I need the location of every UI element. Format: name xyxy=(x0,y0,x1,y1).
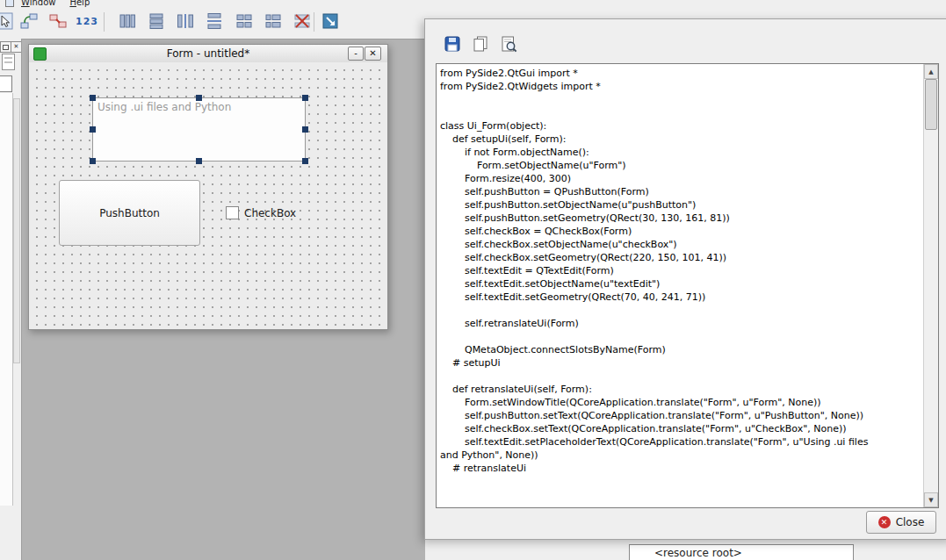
layout-vertical-splitter-glyph xyxy=(205,11,224,31)
code-line: from PySide2.QtWidgets import * xyxy=(440,80,924,93)
save-button[interactable] xyxy=(441,32,464,55)
code-line: QMetaObject.connectSlotsByName(Form) xyxy=(440,343,924,356)
edit-tab-order-icon[interactable]: 123 xyxy=(76,10,98,32)
code-line: self.pushButton = QPushButton(Form) xyxy=(440,185,924,198)
selection-handle[interactable] xyxy=(302,158,308,164)
code-line: self.textEdit = QTextEdit(Form) xyxy=(440,264,924,277)
widgetbox-panel-edge xyxy=(0,93,13,506)
code-text: from PySide2.QtGui import *from PySide2.… xyxy=(437,64,924,507)
copy-button[interactable] xyxy=(469,32,492,55)
tab-order-glyph: 123 xyxy=(76,16,98,27)
code-line: from PySide2.QtGui import * xyxy=(440,67,924,80)
textedit-widget[interactable]: Using .ui files and Python xyxy=(92,97,306,162)
scroll-down-button[interactable]: ▼ xyxy=(924,492,938,507)
code-line: Form.resize(400, 300) xyxy=(440,172,924,185)
break-layout-icon[interactable] xyxy=(291,10,314,32)
layout-horizontal-splitter-icon[interactable] xyxy=(174,10,197,32)
menu-help[interactable]: Help xyxy=(69,0,90,7)
form-minimize-button[interactable]: - xyxy=(348,47,364,61)
checkbox-widget[interactable]: CheckBox xyxy=(226,206,296,219)
layout-form-glyph xyxy=(264,11,283,31)
code-line xyxy=(440,304,924,317)
code-line: Form.setObjectName(u"Form") xyxy=(440,159,924,172)
code-line: self.checkBox = QCheckBox(Form) xyxy=(440,225,924,238)
code-line: def retranslateUi(self, Form): xyxy=(440,383,924,396)
dock-splitter-handle[interactable] xyxy=(13,98,20,363)
qt-designer-window: WindowHelp 123 xyxy=(0,0,946,560)
code-line: if not Form.objectName(): xyxy=(440,146,924,159)
selection-handle[interactable] xyxy=(302,126,308,133)
dock-close-icon: ✕ xyxy=(14,44,19,50)
edit-widgets-icon[interactable] xyxy=(0,10,16,32)
dialog-close-button[interactable]: ✕ Close xyxy=(866,511,936,534)
close-button-label: Close xyxy=(896,516,925,528)
textedit-placeholder: Using .ui files and Python xyxy=(93,98,305,116)
widgetbox-filter-input[interactable] xyxy=(0,75,12,92)
code-line: and Python", None)) xyxy=(440,449,924,462)
find-icon xyxy=(499,34,518,54)
form-close-button[interactable]: ✕ xyxy=(365,47,381,61)
form-editor-window[interactable]: Form - untitled* - ✕ Using .ui files and… xyxy=(28,44,388,330)
vertical-scrollbar[interactable]: ▲ ▼ xyxy=(923,64,938,507)
form-canvas[interactable]: Using .ui files and Python PushButton Ch… xyxy=(29,62,387,329)
layout-grid-glyph xyxy=(235,11,254,31)
edit-widgets-glyph xyxy=(0,11,14,31)
layout-horizontal-glyph xyxy=(118,11,137,31)
selection-handle[interactable] xyxy=(302,95,308,101)
pushbutton-widget[interactable]: PushButton xyxy=(59,180,200,246)
selection-handle[interactable] xyxy=(196,95,202,101)
code-line: self.checkBox.setText(QCoreApplication.t… xyxy=(440,422,924,435)
code-line xyxy=(440,370,924,383)
menubar: WindowHelp xyxy=(5,0,104,8)
adjust-size-glyph xyxy=(321,11,340,31)
form-window-icon xyxy=(33,47,47,61)
toolbar-separator xyxy=(314,12,314,32)
widgetbox-page-icon xyxy=(2,54,15,70)
adjust-size-icon[interactable] xyxy=(319,10,342,32)
code-line: self.checkBox.setObjectName(u"checkBox") xyxy=(440,238,924,251)
selection-handle[interactable] xyxy=(90,95,96,101)
scrollbar-thumb[interactable] xyxy=(925,79,937,130)
close-x-icon: ✕ xyxy=(878,516,891,528)
layout-grid-icon[interactable] xyxy=(233,10,256,32)
code-line: self.textEdit.setObjectName(u"textEdit") xyxy=(440,277,924,291)
checkbox-indicator[interactable] xyxy=(226,206,239,219)
edit-signals-slots-glyph xyxy=(19,11,39,31)
checkbox-label: CheckBox xyxy=(244,207,296,219)
layout-vertical-glyph xyxy=(147,11,166,31)
float-icon xyxy=(3,45,9,50)
layout-vertical-splitter-icon[interactable] xyxy=(203,10,226,32)
form-titlebar[interactable]: Form - untitled* - ✕ xyxy=(29,45,387,63)
main-toolbar: 123 xyxy=(0,8,422,38)
layout-horizontal-splitter-glyph xyxy=(176,11,195,31)
break-layout-glyph xyxy=(292,11,312,31)
code-line: self.pushButton.setObjectName(u"pushButt… xyxy=(440,198,924,212)
resource-root-item[interactable]: <resource root> xyxy=(630,545,853,559)
selection-handle[interactable] xyxy=(90,158,96,164)
code-line: class Ui_Form(object): xyxy=(440,119,924,133)
code-line: self.retranslateUi(Form) xyxy=(440,317,924,330)
code-preview-dialog: from PySide2.QtGui import *from PySide2.… xyxy=(424,18,946,540)
code-line: self.textEdit.setGeometry(QRect(70, 40, … xyxy=(440,291,924,304)
layout-horizontal-icon[interactable] xyxy=(116,10,139,32)
selection-handle[interactable] xyxy=(90,126,96,133)
edit-signals-slots-icon[interactable] xyxy=(18,10,40,32)
edit-buddies-glyph xyxy=(48,11,68,31)
code-view[interactable]: from PySide2.QtGui import *from PySide2.… xyxy=(436,63,939,508)
selection-handle[interactable] xyxy=(196,158,202,164)
scroll-up-button[interactable]: ▲ xyxy=(924,64,938,79)
code-line: self.pushButton.setText(QCoreApplication… xyxy=(440,409,924,422)
code-line: # setupUi xyxy=(440,356,924,370)
code-line xyxy=(440,93,924,106)
toolbar-separator xyxy=(104,12,105,32)
edit-buddies-icon[interactable] xyxy=(47,10,69,32)
code-line: self.pushButton.setGeometry(QRect(30, 13… xyxy=(440,212,924,225)
code-line: self.checkBox.setGeometry(QRect(220, 150… xyxy=(440,251,924,264)
layout-form-icon[interactable] xyxy=(262,10,285,32)
menu-window[interactable]: Window xyxy=(21,0,55,7)
resource-browser: <resource root> xyxy=(629,544,854,560)
form-title: Form - untitled* xyxy=(167,47,249,60)
code-line: Form.setWindowTitle(QCoreApplication.tra… xyxy=(440,396,924,409)
layout-vertical-icon[interactable] xyxy=(145,10,168,32)
find-button[interactable] xyxy=(497,32,520,55)
